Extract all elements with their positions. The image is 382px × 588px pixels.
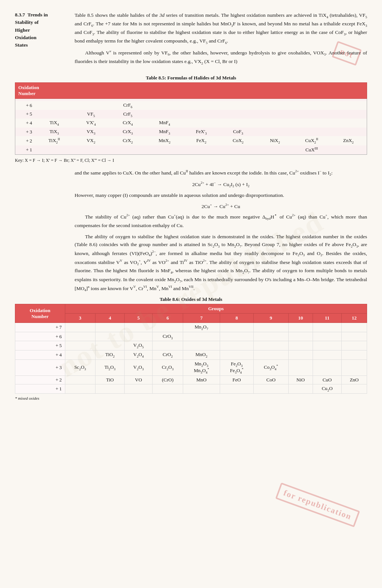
equation-2: 2Cu+ → Cu2+ + Cu	[75, 202, 367, 210]
section-837: 8.3.7 Trends inStability ofHigherOxidati…	[15, 11, 367, 69]
page: 8.3.7 Trends inStability ofHigherOxidati…	[0, 0, 382, 588]
table85-header-label: OxidationNumber	[18, 85, 39, 96]
intro-p2: Although Vv is represented only by VF6, …	[75, 48, 367, 66]
table86-header-sub: 3 4 5 6 7 8 9 10 11 12	[15, 314, 367, 323]
table86-row-6: + 6 CrO3	[15, 332, 367, 341]
after85-p2: However, many copper (I) compounds are u…	[75, 191, 367, 199]
table85-row-4: + 4 TiX4 VX'4 CrX4 MnF4	[15, 119, 367, 128]
section-label: 8.3.7 Trends inStability ofHigherOxidati…	[15, 11, 67, 69]
table85-row-6: + 6 CrF6	[15, 101, 367, 110]
table-86: OxidationNumber Groups 3 4 5 6 7 8 9 10 …	[15, 304, 367, 393]
after85-p1: and the same applies to CuX. On the othe…	[75, 169, 367, 177]
mixed-oxides-note: * mixed oxides	[15, 396, 367, 400]
table85-title: Table 8.5: Formulas of Halides of 3d Met…	[15, 75, 367, 81]
table85-header: OxidationNumber	[15, 82, 367, 98]
content-after-85: and the same applies to CuX. On the othe…	[75, 169, 367, 293]
table85-row-2: + 2 TiX2II VX2 CrX2 MnX2 FeX2 CoX2 NiX2 …	[15, 136, 367, 145]
table85-header-row: OxidationNumber	[15, 82, 367, 98]
after85-p3: The stability of Cu2+ (aq) rather than C…	[75, 213, 367, 229]
table-85: OxidationNumber + 6 CrF6	[15, 82, 367, 155]
table86-ox-header: OxidationNumber	[15, 304, 65, 323]
table86-header-top: OxidationNumber Groups	[15, 304, 367, 314]
after85-p4: The ability of oxygen to stabilise the h…	[75, 233, 367, 293]
table85-key: Key: X = F → I; X' = F → Br; X'' = F, Cl…	[15, 158, 367, 163]
table86-row-2: + 2 TiO VO (CrO) MnO FeO CoO NiO CuO ZnO	[15, 376, 367, 384]
table86-row-3: + 3 Sc2O3 Ti2O3 V2O3 Cr2O3 Mn2O3Mn3O4* F…	[15, 359, 367, 376]
table85-row-3: + 3 TiX3 VX3 CrX3 MnF3 FeX'3 CoF3	[15, 128, 367, 136]
section-number: 8.3.7	[15, 12, 25, 18]
section-intro-content: Table 8.5 shows the stable halides of th…	[75, 11, 367, 69]
table86-row-1: + 1 Cu2O	[15, 384, 367, 394]
intro-p1: Table 8.5 shows the stable halides of th…	[75, 11, 367, 45]
table86-row-5: + 5 V2O5	[15, 341, 367, 350]
table86-groups-header: Groups	[65, 304, 367, 314]
table86-row-4: + 4 TiO2 V2O4 CrO2 MnO2	[15, 350, 367, 359]
table85-row-1: + 1 CuXIII	[15, 145, 367, 154]
table86-row-7: + 7 Mn2O7	[15, 323, 367, 332]
ox-6: + 6	[15, 101, 36, 110]
table85-row-5: + 5 VF5 CrF5	[15, 110, 367, 119]
equation-1: 2Cu2+ + 4I− → Cu2I2 (s) + I2	[75, 180, 367, 189]
table86-title: Table 8.6: Oxides of 3d Metals	[15, 296, 367, 302]
stamp-bottom: for republication	[275, 482, 360, 527]
